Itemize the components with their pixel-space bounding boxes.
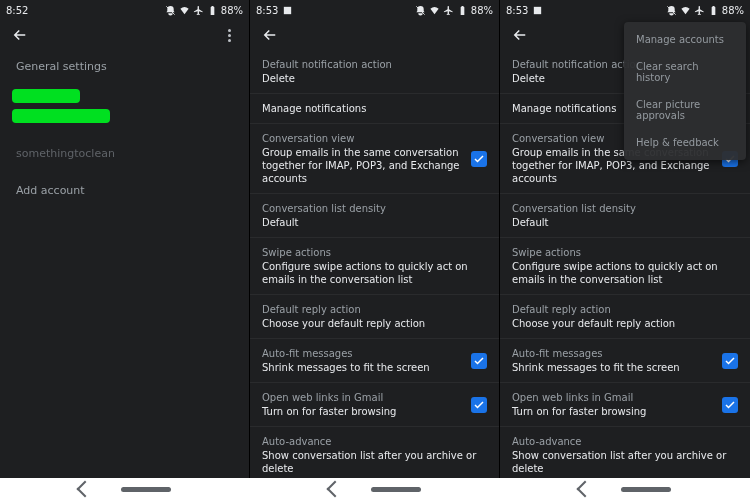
battery-icon bbox=[708, 5, 719, 16]
check-icon bbox=[473, 399, 485, 411]
weblinks-checkbox[interactable] bbox=[471, 397, 487, 413]
status-icons: 88% bbox=[415, 5, 493, 16]
check-icon bbox=[724, 355, 736, 367]
nav-home-pill[interactable] bbox=[121, 487, 171, 492]
redacted-account-a[interactable] bbox=[12, 89, 80, 103]
battery-percent: 88% bbox=[471, 5, 493, 16]
autofit-checkbox[interactable] bbox=[722, 353, 738, 369]
weblinks-checkbox[interactable] bbox=[722, 397, 738, 413]
back-button[interactable] bbox=[508, 23, 532, 47]
dnd-icon bbox=[415, 5, 426, 16]
status-icons: 88% bbox=[666, 5, 744, 16]
check-icon bbox=[724, 399, 736, 411]
dnd-icon bbox=[165, 5, 176, 16]
header bbox=[250, 20, 499, 50]
airplane-icon bbox=[193, 5, 204, 16]
battery-icon bbox=[207, 5, 218, 16]
overflow-menu-button[interactable] bbox=[217, 23, 241, 47]
setting-weblinks[interactable]: Open web links in Gmail Turn on for fast… bbox=[500, 382, 750, 426]
header bbox=[0, 20, 249, 50]
setting-autoadvance[interactable]: Auto-advance Show conversation list afte… bbox=[250, 426, 499, 478]
setting-weblinks[interactable]: Open web links in Gmail Turn on for fast… bbox=[250, 382, 499, 426]
battery-icon bbox=[457, 5, 468, 16]
setting-swipe-actions[interactable]: Swipe actions Configure swipe actions to… bbox=[500, 237, 750, 294]
nav-home-pill[interactable] bbox=[621, 487, 671, 492]
dnd-icon bbox=[666, 5, 677, 16]
screen-general-settings-with-menu: 8:53 88% Default notification action Del… bbox=[500, 0, 750, 478]
setting-autofit[interactable]: Auto-fit messages Shrink messages to fit… bbox=[250, 338, 499, 382]
back-arrow-icon bbox=[261, 26, 279, 44]
account-item[interactable]: somethingtoclean bbox=[6, 137, 243, 170]
check-icon bbox=[473, 153, 485, 165]
screenshot-icon bbox=[282, 5, 293, 16]
status-bar: 8:52 88% bbox=[0, 0, 249, 20]
wifi-icon bbox=[179, 5, 190, 16]
popup-clear-picture-approvals[interactable]: Clear picture approvals bbox=[624, 91, 746, 129]
setting-default-notification-action[interactable]: Default notification action Delete bbox=[250, 50, 499, 93]
setting-autoadvance[interactable]: Auto-advance Show conversation list afte… bbox=[500, 426, 750, 478]
add-account-item[interactable]: Add account bbox=[6, 174, 243, 207]
back-button[interactable] bbox=[258, 23, 282, 47]
battery-percent: 88% bbox=[221, 5, 243, 16]
screenshot-icon bbox=[532, 5, 543, 16]
autofit-checkbox[interactable] bbox=[471, 353, 487, 369]
clock: 8:53 bbox=[256, 5, 278, 16]
popup-help-feedback[interactable]: Help & feedback bbox=[624, 129, 746, 156]
setting-default-reply[interactable]: Default reply action Choose your default… bbox=[500, 294, 750, 338]
clock: 8:52 bbox=[6, 5, 28, 16]
wifi-icon bbox=[429, 5, 440, 16]
setting-conversation-density[interactable]: Conversation list density Default bbox=[500, 193, 750, 237]
setting-default-reply[interactable]: Default reply action Choose your default… bbox=[250, 294, 499, 338]
conversation-view-checkbox[interactable] bbox=[471, 151, 487, 167]
popup-manage-accounts[interactable]: Manage accounts bbox=[624, 26, 746, 53]
back-button[interactable] bbox=[8, 23, 32, 47]
nav-back-button[interactable] bbox=[327, 481, 344, 498]
status-bar: 8:53 88% bbox=[250, 0, 499, 20]
nav-back-button[interactable] bbox=[77, 481, 94, 498]
clock: 8:53 bbox=[506, 5, 528, 16]
settings-list: Default notification action Delete Manag… bbox=[250, 50, 499, 478]
nav-home-pill[interactable] bbox=[371, 487, 421, 492]
general-settings-item[interactable]: General settings bbox=[6, 50, 243, 83]
status-icons: 88% bbox=[165, 5, 243, 16]
redacted-account-b[interactable] bbox=[12, 109, 110, 123]
android-nav-bar bbox=[0, 478, 750, 500]
screen-accounts-panel: 8:52 88% General settings somethingtocle… bbox=[0, 0, 250, 478]
setting-manage-notifications[interactable]: Manage notifications bbox=[250, 93, 499, 123]
nav-back-button[interactable] bbox=[577, 481, 594, 498]
status-bar: 8:53 88% bbox=[500, 0, 750, 20]
svg-rect-1 bbox=[284, 6, 291, 13]
overflow-popup-menu: Manage accounts Clear search history Cle… bbox=[624, 22, 746, 160]
setting-conversation-view[interactable]: Conversation view Group emails in the sa… bbox=[250, 123, 499, 193]
battery-percent: 88% bbox=[722, 5, 744, 16]
airplane-icon bbox=[443, 5, 454, 16]
back-arrow-icon bbox=[11, 26, 29, 44]
back-arrow-icon bbox=[511, 26, 529, 44]
screen-general-settings: 8:53 88% Default notification action Del… bbox=[250, 0, 500, 478]
svg-rect-3 bbox=[534, 6, 541, 13]
setting-autofit[interactable]: Auto-fit messages Shrink messages to fit… bbox=[500, 338, 750, 382]
check-icon bbox=[473, 355, 485, 367]
popup-clear-search-history[interactable]: Clear search history bbox=[624, 53, 746, 91]
wifi-icon bbox=[680, 5, 691, 16]
setting-swipe-actions[interactable]: Swipe actions Configure swipe actions to… bbox=[250, 237, 499, 294]
setting-conversation-density[interactable]: Conversation list density Default bbox=[250, 193, 499, 237]
airplane-icon bbox=[694, 5, 705, 16]
